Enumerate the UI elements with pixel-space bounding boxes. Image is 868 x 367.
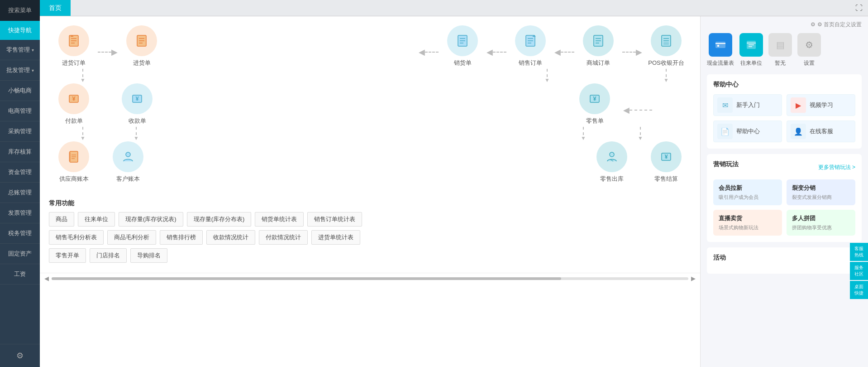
expand-button[interactable]: ⛶	[850, 0, 868, 16]
marketing-more-label: 更多营销玩法 >	[818, 164, 855, 170]
func-btn-product[interactable]: 商品	[49, 212, 74, 227]
sidebar-item-tax[interactable]: 税务管理	[0, 223, 40, 244]
pos-label: POS收银开台	[648, 59, 684, 67]
help-center-title: 帮助中心	[713, 81, 855, 89]
help-item-video[interactable]: ▶ 视频学习	[787, 94, 855, 116]
flow-node-mall-order[interactable]: 商城订单	[578, 25, 619, 67]
content-area: 进货订单 ▶ 进货单	[40, 16, 868, 367]
flow-node-retail-bill[interactable]: ¥ 零售单	[574, 83, 615, 125]
help-item-beginner[interactable]: ✉ 新手入门	[713, 94, 782, 116]
quick-icon-cashflow[interactable]: 现金流量表	[707, 33, 734, 67]
marketing-more-link[interactable]: 更多营销玩法 >	[818, 164, 855, 171]
sidebar-quicknav[interactable]: 快捷导航	[0, 21, 40, 40]
homepage-settings-link[interactable]: ⚙ ⚙ 首页自定义设置	[707, 21, 862, 29]
float-btn-desktop[interactable]: 桌面快捷	[850, 281, 868, 299]
func-btn-product-profit[interactable]: 商品毛利分析	[107, 230, 156, 245]
flow-node-purchase[interactable]: 进货单	[121, 25, 162, 67]
flow-node-sales[interactable]: 销货单	[442, 25, 483, 67]
desktop-shortcut-label: 桌面快捷	[854, 284, 863, 295]
flow-node-customer-ledger[interactable]: 客户账本	[108, 141, 148, 183]
func-btn-stock-status[interactable]: 现存量(库存状况表)	[119, 212, 183, 227]
payment-icon: ¥	[58, 83, 89, 114]
sales-order-label: 销售订单	[519, 59, 542, 67]
svg-text:¥: ¥	[664, 153, 668, 160]
activity-card: 活动	[707, 247, 862, 274]
float-btn-community[interactable]: 服务社区	[850, 262, 868, 280]
func-btn-sales-order-stat[interactable]: 销售订单统计表	[307, 212, 362, 227]
pos-icon	[651, 25, 682, 56]
supplier-ledger-label: 供应商账本	[59, 175, 89, 183]
float-btn-service[interactable]: 客服热线	[850, 243, 868, 261]
func-btn-purchase-stat[interactable]: 进货单统计表	[311, 230, 360, 245]
sidebar-item-ledger-label: 总账管理	[8, 188, 32, 197]
horizontal-scrollbar[interactable]: ◀ ▶	[40, 273, 700, 284]
func-btn-sales-rank[interactable]: 销售排行榜	[160, 230, 203, 245]
func-btn-receipt-stat[interactable]: 收款情况统计	[206, 230, 255, 245]
tab-home-label: 首页	[49, 4, 62, 12]
sidebar-search-label: 搜索菜单	[8, 7, 32, 14]
func-btn-retail-order[interactable]: 零售开单	[49, 248, 86, 263]
payment-label: 付款单	[65, 117, 83, 125]
svg-rect-31	[69, 152, 71, 161]
homepage-settings-label: ⚙ 首页自定义设置	[817, 21, 862, 28]
func-btn-stock-dist[interactable]: 现存量(库存分布表)	[187, 212, 252, 227]
retail-settle-label: 零售结算	[654, 175, 678, 183]
sidebar-item-retail[interactable]: 零售管理 ▾	[0, 40, 40, 60]
marketing-item-member[interactable]: 会员拉新 吸引用户成为会员	[713, 179, 782, 205]
sidebar-item-finance[interactable]: 资金管理	[0, 162, 40, 183]
scroll-right-arrow[interactable]: ▶	[691, 275, 696, 282]
sidebar-item-purchase[interactable]: 采购管理	[0, 121, 40, 142]
none-label: 暂无	[775, 59, 786, 67]
help-item-service[interactable]: 👤 在线客服	[787, 121, 855, 142]
marketing-item-group[interactable]: 多人拼团 拼团购物享受优惠	[787, 210, 855, 236]
help-item-help[interactable]: 📄 帮助中心	[713, 121, 782, 142]
service-label: 在线客服	[810, 127, 833, 135]
retail-bill-icon: ¥	[579, 83, 610, 114]
sidebar-search[interactable]: 搜索菜单	[0, 0, 40, 21]
gear-icon: ⚙	[811, 21, 816, 28]
func-btn-payment-stat[interactable]: 付款情况统计	[259, 230, 308, 245]
sidebar-settings-button[interactable]: ⚙	[0, 344, 40, 367]
sidebar-item-payroll[interactable]: 工资	[0, 264, 40, 285]
sidebar-item-payroll-label: 工资	[14, 270, 26, 278]
func-btn-guide-rank[interactable]: 导购排名	[130, 248, 167, 263]
marketing-item-live[interactable]: 直播卖货 场景式购物新玩法	[713, 210, 782, 236]
sidebar-item-ledger[interactable]: 总账管理	[0, 183, 40, 203]
flow-node-sales-order[interactable]: 销售订单	[510, 25, 551, 67]
sidebar-item-invoice[interactable]: 发票管理	[0, 203, 40, 223]
sidebar-item-assets[interactable]: 固定资产	[0, 244, 40, 264]
marketing-item-fission[interactable]: 裂变分销 裂变式发展分销商	[787, 179, 855, 205]
flow-node-retail-settle[interactable]: ¥ 零售结算	[646, 141, 687, 183]
func-btn-sales-profit[interactable]: 销售毛利分析表	[49, 230, 104, 245]
func-btn-contacts[interactable]: 往来单位	[78, 212, 115, 227]
group-desc: 拼团购物享受优惠	[792, 224, 850, 231]
quick-icon-contacts[interactable]: 往来单位	[739, 33, 763, 67]
quick-icon-none[interactable]: ▤ 暂无	[768, 33, 792, 67]
fission-title: 裂变分销	[792, 184, 850, 192]
customer-ledger-icon	[113, 141, 143, 172]
sidebar-item-xiaochang[interactable]: 小畅电商	[0, 81, 40, 101]
sidebar-item-wholesale[interactable]: 批发管理 ▾	[0, 60, 40, 81]
svg-point-35	[126, 152, 130, 157]
flow-node-receipt[interactable]: ¥ 收款单	[117, 83, 157, 125]
scrollbar-track	[52, 277, 688, 280]
flow-node-purchase-order[interactable]: 进货订单	[53, 25, 94, 67]
chevron-down-icon: ▾	[32, 68, 34, 73]
flow-node-payment[interactable]: ¥ 付款单	[53, 83, 94, 125]
scroll-left-arrow[interactable]: ◀	[44, 275, 49, 282]
func-btn-store-rank[interactable]: 门店排名	[90, 248, 127, 263]
flow-node-retail-out[interactable]: 零售出库	[591, 141, 632, 183]
tab-home[interactable]: 首页	[40, 0, 71, 16]
quick-icons-row: 现金流量表 往来单位 ▤ 暂无 ⚙	[707, 33, 862, 67]
quick-icon-settings[interactable]: ⚙ 设置	[797, 33, 821, 67]
settings-label: 设置	[804, 59, 815, 67]
svg-text:¥: ¥	[72, 95, 76, 102]
func-btn-sales-stat[interactable]: 销货单统计表	[255, 212, 304, 227]
sidebar-item-inventory[interactable]: 库存核算	[0, 142, 40, 162]
flow-node-pos[interactable]: POS收银开台	[646, 25, 687, 67]
sidebar-quicknav-label: 快捷导航	[8, 27, 32, 34]
sidebar-item-ecommerce[interactable]: 电商管理	[0, 101, 40, 121]
flow-node-supplier-ledger[interactable]: 供应商账本	[53, 141, 94, 183]
common-func-title: 常用功能	[49, 199, 691, 208]
service-community-label: 服务社区	[854, 265, 863, 276]
